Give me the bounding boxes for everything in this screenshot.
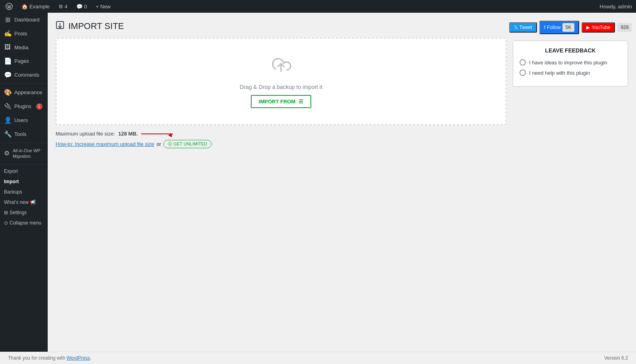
sidebar-divider-2 (0, 143, 48, 143)
sidebar-item-comments[interactable]: 💬 Comments (0, 68, 48, 82)
settings-icon: ⊞ (4, 210, 8, 215)
sidebar-item-label: Media (14, 45, 28, 50)
page-title: IMPORT SITE (68, 21, 124, 31)
page-title-row: IMPORT SITE (56, 21, 506, 31)
sidebar-item-label: Appearance (14, 89, 42, 95)
plugins-badge: 1 (36, 103, 43, 110)
appearance-icon: 🎨 (4, 89, 11, 96)
sidebar-item-appearance[interactable]: 🎨 Appearance (0, 85, 48, 99)
wp-logo[interactable]: W (4, 3, 14, 10)
sidebar-sub-backups[interactable]: Backups (0, 187, 48, 197)
youtube-button[interactable]: ▶ YouTube (582, 22, 615, 33)
twitter-icon: 𝕏 (514, 25, 518, 30)
sidebar-item-label: Plugins (14, 103, 31, 109)
version-text: Version 6.2 (604, 355, 628, 361)
sidebar-sub-collapse[interactable]: ⊙ Collapse menu (0, 218, 48, 228)
cloud-upload-icon (269, 55, 293, 79)
sidebar-item-media[interactable]: 🖼 Media (0, 41, 48, 54)
comments-icon: 💬 (4, 71, 11, 79)
radio-help[interactable] (520, 70, 526, 76)
allinone-icon: ⚙ (4, 149, 10, 158)
updates-item[interactable]: ⚙ 4 (57, 4, 69, 10)
get-unlimited-button[interactable]: ⓪ GET UNLIMITED (163, 140, 211, 148)
footer-text: Thank you for creating with WordPress. (8, 355, 91, 361)
site-name[interactable]: 🏠 Example (20, 4, 51, 10)
sidebar-divider-3 (0, 164, 48, 165)
sidebar-item-pages[interactable]: 📄 Pages (0, 54, 48, 68)
comments-icon: 💬 (76, 4, 83, 10)
sidebar-item-label: Comments (14, 72, 39, 78)
import-dropzone[interactable]: Drag & Drop a backup to import it IMPORT… (56, 38, 506, 125)
collapse-icon: ⊙ (4, 220, 8, 226)
sidebar-item-label: Pages (14, 58, 29, 64)
filesize-label: Maximum upload file size: (56, 131, 115, 137)
tools-icon: 🔧 (4, 130, 11, 138)
users-icon: 👤 (4, 116, 11, 124)
red-arrow: ◄ (141, 134, 173, 134)
sidebar-item-label: Tools (14, 131, 26, 137)
sidebar-sub-import[interactable]: Import (0, 176, 48, 187)
import-from-button[interactable]: IMPORT FROM ☰ (251, 95, 311, 108)
sidebar-sub-settings[interactable]: ⊞ Settings (0, 207, 48, 218)
pages-icon: 📄 (4, 57, 11, 65)
sidebar-item-label: Dashboard (14, 17, 40, 23)
sidebar-item-users[interactable]: 👤 Users (0, 113, 48, 127)
dashboard-icon: ⊞ (4, 16, 11, 23)
import-site-icon (56, 21, 64, 31)
plugins-icon: 🔌 (4, 103, 11, 110)
how-to-link[interactable]: How-to: Increase maximum upload file siz… (56, 141, 154, 147)
youtube-count: 928 (617, 23, 632, 32)
facebook-icon: f (544, 25, 545, 30)
follow-button[interactable]: f Follow 5K (539, 21, 580, 34)
content-area: IMPORT SITE Drag & Drop a backup to impo… (48, 13, 636, 352)
leave-feedback-panel: LEAVE FEEDBACK I have ideas to improve t… (513, 41, 628, 87)
new-item[interactable]: + New (94, 4, 112, 10)
youtube-icon: ▶ (586, 25, 590, 30)
main-panel: IMPORT SITE Drag & Drop a backup to impo… (56, 21, 506, 344)
sidebar-item-label: All-in-One WP Migration (13, 148, 44, 159)
footer: Thank you for creating with WordPress. V… (0, 352, 636, 364)
sidebar-item-dashboard[interactable]: ⊞ Dashboard (0, 13, 48, 27)
right-sidebar: 𝕏 Tweet f Follow 5K ▶ YouTube 928 LEAVE … (513, 21, 628, 344)
feedback-improve-label: I have ideas to improve this plugin (529, 60, 607, 66)
feedback-option-improve[interactable]: I have ideas to improve this plugin (520, 59, 621, 66)
howdy-text: Howdy, admin (600, 4, 632, 10)
sidebar-divider-1 (0, 83, 48, 84)
social-row: 𝕏 Tweet f Follow 5K ▶ YouTube 928 (513, 21, 628, 34)
sidebar-sub-whatsnew[interactable]: What's new 📢 (0, 197, 48, 207)
sidebar-item-plugins[interactable]: 🔌 Plugins 1 (0, 99, 48, 113)
leave-feedback-title: LEAVE FEEDBACK (520, 47, 621, 54)
sidebar: ⊞ Dashboard ✍ Posts 🖼 Media 📄 Pages 💬 Co… (0, 13, 48, 352)
sidebar-sub-export[interactable]: Export (0, 166, 48, 176)
filesize-value: 128 MB. (118, 131, 138, 137)
updates-icon: ⚙ (58, 4, 63, 10)
drag-drop-text: Drag & Drop a backup to import it (240, 84, 322, 90)
sidebar-item-tools[interactable]: 🔧 Tools (0, 127, 48, 141)
home-icon: 🏠 (21, 4, 28, 10)
svg-text:W: W (7, 5, 11, 9)
tweet-button[interactable]: 𝕏 Tweet (509, 22, 537, 33)
admin-bar: W 🏠 Example ⚙ 4 💬 0 + New Howdy, admin (0, 0, 636, 13)
menu-icon: ☰ (299, 99, 303, 105)
sidebar-item-label: Users (14, 117, 28, 123)
or-text: or (157, 141, 161, 147)
feedback-help-label: I need help with this plugin (529, 70, 590, 76)
sidebar-item-posts[interactable]: ✍ Posts (0, 27, 48, 41)
media-icon: 🖼 (4, 44, 11, 51)
posts-icon: ✍ (4, 30, 11, 37)
feedback-option-help[interactable]: I need help with this plugin (520, 70, 621, 76)
sidebar-item-allinone[interactable]: ⚙ All-in-One WP Migration (0, 145, 48, 163)
follow-count: 5K (562, 23, 575, 32)
wordpress-link[interactable]: WordPress (66, 355, 90, 361)
filesize-row: Maximum upload file size: 128 MB. ◄ (56, 131, 506, 137)
help-row: How-to: Increase maximum upload file siz… (56, 140, 506, 148)
radio-improve[interactable] (520, 59, 526, 66)
sidebar-item-label: Posts (14, 31, 27, 37)
comments-item[interactable]: 💬 0 (75, 4, 89, 10)
